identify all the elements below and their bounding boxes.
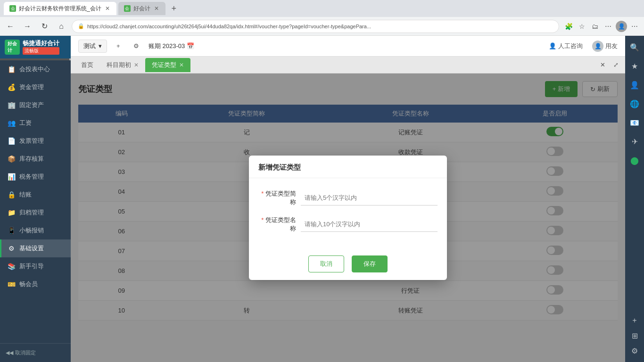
sidebar-item-funds[interactable]: 💰 资金管理 — [0, 78, 71, 96]
tab-label-1: 好会计云财务软件管理系统_会计 — [19, 5, 101, 13]
new-tab-button[interactable]: + — [167, 2, 181, 15]
form-input-name[interactable] — [301, 217, 438, 232]
sidebar-item-fixed-assets[interactable]: 🏢 固定资产 — [0, 96, 71, 114]
sidebar-item-tax[interactable]: 📊 税务管理 — [0, 168, 71, 186]
settings-button[interactable]: ⋯ — [603, 21, 614, 32]
tab-label-2: 好会计 — [133, 5, 150, 13]
calendar-icon: 📅 — [187, 42, 194, 49]
consult-button[interactable]: 👤 人工咨询 — [545, 40, 586, 52]
fixed-assets-icon: 🏢 — [7, 101, 16, 109]
page-tab-home-label: 首页 — [81, 61, 93, 69]
sidebar-item-label-vip: 畅会员 — [19, 280, 38, 288]
profile-button[interactable]: 👤 — [616, 21, 627, 32]
tab-favicon-2: 会 — [124, 5, 131, 12]
back-button[interactable]: ← — [4, 20, 17, 33]
sidebar-item-archive[interactable]: 📁 归档管理 — [0, 204, 71, 222]
form-row-name: 凭证类型名称 — [258, 216, 438, 233]
funds-icon: 💰 — [7, 83, 16, 91]
forward-button[interactable]: → — [21, 20, 34, 33]
sidebar-item-basic-settings[interactable]: ⚙ 基础设置 — [0, 239, 71, 257]
user-info[interactable]: 👤 用友 — [592, 41, 618, 52]
modal-overlay: 新增凭证类型 凭证类型简称 凭证类型名称 取消 — [71, 74, 625, 362]
extensions-button[interactable]: 🧩 — [563, 21, 574, 32]
workspace-selector[interactable]: 测试 ▾ — [78, 40, 107, 53]
user-label: 用友 — [605, 42, 618, 50]
top-bar: 测试 ▾ + ⚙ 账期 2023-03 📅 👤 人工咨询 👤 — [71, 36, 625, 57]
home-button[interactable]: ⌂ — [55, 20, 68, 33]
reports-icon: 📋 — [7, 66, 16, 73]
sidebar-logo: 好会计 畅捷通好合计 流畅版 — [0, 36, 71, 58]
sidebar-item-label-invoice: 发票管理 — [19, 137, 44, 145]
sidebar-toggle-button[interactable]: ◀◀ 取消固定 — [4, 347, 67, 358]
sidebar-item-vip[interactable]: 🎫 畅会员 — [0, 275, 71, 293]
tab-close-1[interactable]: ✕ — [104, 4, 111, 13]
page-tab-voucher-type[interactable]: 凭证类型 ✕ — [145, 58, 190, 72]
sidebar-toggle-label: 取消固定 — [15, 349, 36, 356]
right-sidebar-feishu[interactable]: ✈ — [627, 134, 642, 149]
sidebar-item-inventory[interactable]: 📦 库存核算 — [0, 150, 71, 168]
top-actions: 👤 人工咨询 👤 用友 — [545, 40, 618, 52]
form-label-name: 凭证类型名称 — [258, 216, 301, 233]
payroll-icon: 👥 — [7, 119, 16, 127]
address-input[interactable]: 🔒 https://cloud2.chanjet.com/accounting/… — [72, 20, 559, 33]
main-area: 测试 ▾ + ⚙ 账期 2023-03 📅 👤 人工咨询 👤 — [71, 36, 625, 362]
right-sidebar-app[interactable]: ⬤ — [627, 153, 642, 168]
page-tab-home[interactable]: 首页 — [74, 58, 100, 72]
right-sidebar-user[interactable]: 👤 — [627, 77, 642, 92]
modal-save-button[interactable]: 保存 — [352, 255, 388, 272]
modal-footer: 取消 保存 — [249, 250, 447, 280]
more-button[interactable]: ⋯ — [629, 21, 640, 32]
right-sidebar-grid[interactable]: ⊞ — [627, 328, 642, 343]
expand-tab-window-button[interactable]: ⤢ — [610, 59, 621, 71]
favorites-button[interactable]: ☆ — [576, 21, 587, 32]
form-input-short[interactable] — [301, 190, 438, 206]
sidebar-item-label-tax: 税务管理 — [19, 173, 44, 181]
browser-chrome: 会 好会计云财务软件管理系统_会计 ✕ 会 好会计 ✕ + ← → ↻ ⌂ 🔒 … — [0, 0, 644, 36]
new-voucher-type-modal: 新增凭证类型 凭证类型简称 凭证类型名称 取消 — [249, 156, 447, 280]
add-workspace-button[interactable]: + — [113, 41, 124, 51]
settings-topbar-icon: ⚙ — [133, 42, 139, 49]
tab-favicon-1: 会 — [9, 5, 16, 12]
right-sidebar-favorite[interactable]: ★ — [627, 58, 642, 74]
sidebar-item-expense[interactable]: 📱 小畅报销 — [0, 222, 71, 239]
browser-actions: 🧩 ☆ 🗂 ⋯ 👤 ⋯ — [563, 21, 640, 32]
sidebar-item-invoice[interactable]: 📄 发票管理 — [0, 132, 71, 150]
modal-cancel-button[interactable]: 取消 — [308, 255, 344, 272]
sidebar-item-label-inventory: 库存核算 — [19, 155, 44, 163]
close-period-icon: 🔒 — [7, 191, 16, 198]
sidebar-item-label-reports: 会投表中心 — [19, 65, 50, 74]
logo-badge: 流畅版 — [23, 47, 59, 55]
right-sidebar-settings[interactable]: ⚙ — [627, 343, 642, 358]
inventory-icon: 📦 — [7, 155, 16, 163]
address-text: https://cloud2.chanjet.com/accounting/uh… — [87, 24, 371, 29]
workspace-dropdown-icon: ▾ — [99, 42, 102, 49]
form-row-short: 凭证类型简称 — [258, 189, 438, 206]
sidebar-item-close[interactable]: 🔒 结账 — [0, 186, 71, 204]
refresh-button[interactable]: ↻ — [38, 20, 51, 33]
browser-tab-1[interactable]: 会 好会计云财务软件管理系统_会计 ✕ — [4, 2, 116, 15]
sidebar-bottom: ◀◀ 取消固定 — [0, 343, 71, 362]
guide-icon: 📚 — [7, 263, 16, 270]
page-tab-subjects-close[interactable]: ✕ — [134, 62, 139, 68]
collections-button[interactable]: 🗂 — [589, 21, 601, 32]
right-sidebar-mail[interactable]: 📧 — [627, 115, 642, 130]
tax-icon: 📊 — [7, 173, 16, 181]
modal-title: 新增凭证类型 — [258, 163, 301, 171]
sidebar-item-label-basic-settings: 基础设置 — [19, 244, 44, 253]
period-label: 账期 — [149, 42, 161, 50]
settings-topbar-button[interactable]: ⚙ — [130, 41, 143, 51]
close-tab-window-button[interactable]: ✕ — [597, 59, 608, 71]
sidebar-item-guide[interactable]: 📚 新手引导 — [0, 257, 71, 275]
browser-tab-2[interactable]: 会 好会计 ✕ — [118, 2, 165, 15]
sidebar-item-payroll[interactable]: 👥 工资 — [0, 114, 71, 132]
right-sidebar-add[interactable]: + — [627, 313, 642, 328]
right-sidebar-globe[interactable]: 🌐 — [627, 96, 642, 111]
archive-icon: 📁 — [7, 209, 16, 216]
left-sidebar: 好会计 畅捷通好合计 流畅版 📋 会投表中心 💰 资金管理 🏢 固定资产 — [0, 36, 71, 362]
right-sidebar-search[interactable]: 🔍 — [627, 40, 642, 55]
page-tab-voucher-type-close[interactable]: ✕ — [179, 62, 184, 68]
tab-close-2[interactable]: ✕ — [153, 4, 160, 13]
sidebar-item-reports[interactable]: 📋 会投表中心 — [0, 60, 71, 78]
page-tab-subjects[interactable]: 科目期初 ✕ — [100, 58, 145, 72]
sidebar-item-label-expense: 小畅报销 — [19, 226, 44, 235]
